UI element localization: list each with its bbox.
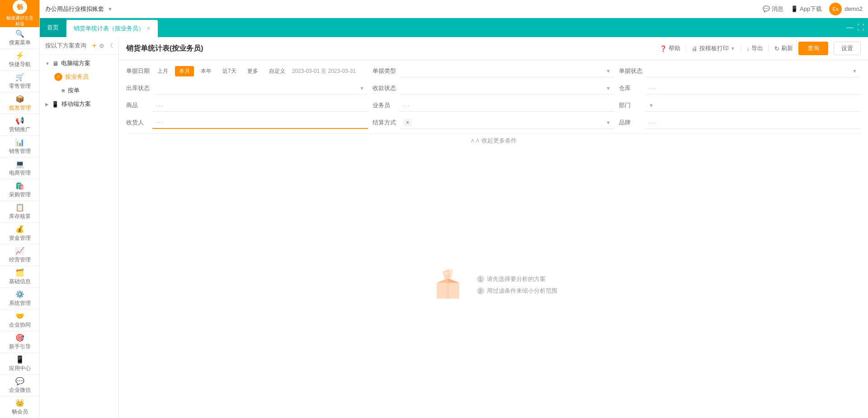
page-title-row: 销货单统计表(按业务员) ❓ 帮助 🖨 按模板打印 ▼ [126, 42, 861, 55]
logo-icon: 畅 [13, 0, 27, 14]
ecommerce-icon: 💻 [15, 160, 24, 168]
app-download-label: App下载 [800, 5, 822, 13]
inventory-icon: 📋 [15, 203, 24, 212]
svg-marker-2 [448, 278, 459, 283]
bill-type-control[interactable]: ▼ [400, 65, 614, 77]
app-name: 畅捷通好生意 [6, 15, 33, 21]
app-download-btn[interactable]: 📱 App下载 [791, 5, 822, 13]
sidebar-item-operations[interactable]: 📈 经营管理 [0, 244, 40, 266]
print-dropdown-icon[interactable]: ▼ [731, 46, 736, 51]
query-btn[interactable]: 查询 [798, 42, 828, 55]
warehouse-control[interactable]: ··· [645, 82, 861, 95]
sidebar-label-retail: 零售管理 [9, 82, 31, 90]
date-btn-last-month[interactable]: 上月 [153, 66, 172, 76]
help-btn[interactable]: ❓ 帮助 [660, 44, 680, 52]
tab-home-label: 首页 [47, 24, 59, 32]
tree-sub-item-salesperson[interactable]: ✓ 按业务员 [40, 70, 118, 84]
salesperson-control[interactable]: ··· [399, 99, 614, 112]
settings-btn[interactable]: 设置 [834, 42, 861, 55]
refresh-btn[interactable]: ↻ 刷新 [774, 44, 793, 52]
sidebar-label-system: 系统管理 [9, 299, 31, 307]
hint-num-2: 2 [477, 287, 484, 294]
bill-status-control[interactable]: ▼ [646, 65, 861, 77]
date-btn-more[interactable]: 更多 [243, 66, 262, 76]
main-area: 办公用品行业模拟账套 ▼ 💬 消息 📱 App下载 Ea demo2 首页 [40, 0, 868, 418]
member-icon: 👑 [15, 399, 24, 407]
filter-row-3: 商品 ··· 业务员 ··· 部门 ▼ [126, 99, 861, 112]
sidebar-item-retail[interactable]: 🛒 零售管理 [0, 71, 40, 92]
out-status-control[interactable]: ▼ [153, 82, 368, 95]
date-btn-this-year[interactable]: 本年 [197, 66, 216, 76]
sidebar-item-ecommerce[interactable]: 💻 电商管理 [0, 157, 40, 179]
newbie-icon: 🎯 [15, 333, 24, 342]
tab-active[interactable]: 销货单统计表（按业务员） × [66, 20, 158, 37]
department-control[interactable]: ▼ [645, 99, 861, 112]
finance-icon: 💰 [15, 225, 24, 233]
wholesale-icon: 📦 [15, 95, 24, 103]
page-actions: ❓ 帮助 🖨 按模板打印 ▼ ↓ 导出 [660, 42, 861, 55]
export-label: 导出 [751, 44, 763, 52]
workspace-dropdown-icon[interactable]: ▼ [108, 6, 113, 12]
receiver-control[interactable]: ··· [152, 116, 368, 129]
tab-home[interactable]: 首页 [40, 18, 66, 37]
topbar-left: 办公用品行业模拟账套 ▼ [45, 5, 113, 13]
collapse-row[interactable]: ∧∧ 收起更多条件 [126, 133, 861, 147]
divider1 [686, 45, 686, 52]
sidebar-item-enterprise[interactable]: 🤝 企业协同 [0, 309, 40, 331]
tree-item-pc[interactable]: ▼ 🖥 电脑端方案 [40, 57, 118, 70]
goods-control[interactable]: ··· [152, 99, 368, 112]
scheme-settings-icon[interactable]: ⚙ [99, 43, 104, 49]
tab-active-label: 销货单统计表（按业务员） [74, 24, 144, 33]
sidebar-item-sales[interactable]: 📊 销售管理 [0, 136, 40, 157]
tree-item-mobile[interactable]: ▶ 📱 移动端方案 [40, 97, 118, 111]
sidebar-item-apps[interactable]: 📱 应用中心 [0, 353, 40, 375]
tree-child-item-by-bill[interactable]: ≡ 按单 [40, 84, 118, 97]
app-logo: 畅 畅捷通好生意 标版 [0, 0, 40, 27]
operations-icon: 📈 [15, 247, 24, 255]
filter-item-salesperson: 业务员 ··· [373, 99, 614, 112]
collapse-panel-icon[interactable]: 《 [107, 42, 113, 50]
print-btn[interactable]: 🖨 按模板打印 ▼ [692, 44, 736, 52]
basic-icon: 🗂️ [15, 268, 24, 277]
empty-state: 1 请先选择要分析的方案 2 用过滤条件来缩小分析范围 [119, 152, 868, 418]
maximize-icon[interactable]: ⛶ [857, 24, 864, 32]
system-icon: ⚙️ [15, 290, 24, 299]
user-area[interactable]: Ea demo2 [829, 3, 863, 15]
message-btn[interactable]: 💬 消息 [763, 5, 783, 13]
salesperson-more-icon: ··· [402, 102, 410, 109]
sidebar-item-finance[interactable]: 💰 资金管理 [0, 223, 40, 244]
warehouse-more-icon: ··· [649, 85, 657, 92]
avatar: Ea [829, 3, 842, 15]
sidebar-item-marketing[interactable]: 📢 营销推广 [0, 114, 40, 136]
sidebar-item-shortcuts[interactable]: ⚡ 快捷导航 [0, 49, 40, 71]
sidebar-item-wechat[interactable]: 💬 企业微信 [0, 375, 40, 396]
brand-control[interactable]: ··· [645, 116, 861, 129]
date-btn-custom[interactable]: 自定义 [265, 66, 289, 76]
sidebar-item-member[interactable]: 👑 畅会员 [0, 396, 40, 418]
filter-row-1: 单据日期 上月 本月 本年 近7天 更多 自定义 2023-03-01 至 20… [126, 65, 861, 77]
filter-item-receiver: 收货人 ··· [126, 116, 368, 129]
goods-label: 商品 [126, 101, 149, 109]
date-btn-7days[interactable]: 近7天 [218, 66, 241, 76]
sidebar-item-basic[interactable]: 🗂️ 基础信息 [0, 266, 40, 288]
export-btn[interactable]: ↓ 导出 [747, 44, 764, 52]
add-scheme-btn[interactable]: + [92, 42, 96, 50]
receiver-more-icon: ··· [156, 119, 164, 126]
sidebar-item-search[interactable]: 🔍 搜索菜单 [0, 27, 40, 49]
receive-status-control[interactable]: ▼ [400, 82, 614, 95]
tag-close-btn[interactable]: × [406, 119, 409, 126]
date-btn-this-month[interactable]: 本月 [175, 66, 194, 76]
settlement-control[interactable]: × ▼ [400, 116, 614, 129]
sidebar-item-system[interactable]: ⚙️ 系统管理 [0, 288, 40, 309]
tab-close-btn[interactable]: × [147, 25, 150, 32]
tree-label-salesperson: 按业务员 [65, 73, 89, 81]
empty-illustration [430, 267, 466, 303]
print-label: 按模板打印 [699, 44, 729, 52]
minimize-icon[interactable]: — [846, 24, 854, 32]
sidebar-item-wholesale[interactable]: 📦 批发管理 [0, 92, 40, 114]
sidebar-item-inventory[interactable]: 📋 库存核算 [0, 201, 40, 223]
sidebar-item-purchase[interactable]: 🛍️ 采购管理 [0, 179, 40, 201]
app-subtext: 标版 [15, 21, 24, 27]
bill-type-label: 单据类型 [373, 67, 396, 75]
sidebar-item-newbie[interactable]: 🎯 新手引导 [0, 331, 40, 353]
